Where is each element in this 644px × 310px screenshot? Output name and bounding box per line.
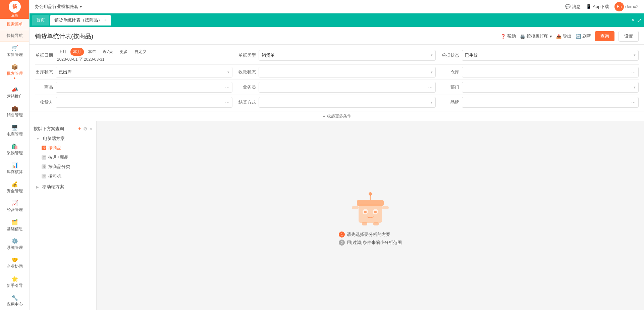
- salesperson-input[interactable]: ···: [259, 82, 435, 93]
- collection-status-select[interactable]: ▾: [259, 67, 435, 78]
- consignee-col: 收货人 ···: [35, 97, 232, 108]
- doc-status-select[interactable]: 已生效 ▾: [462, 50, 639, 61]
- tab-home[interactable]: 首页: [32, 15, 49, 25]
- goods-input[interactable]: ···: [56, 82, 232, 93]
- sidebar-item-sales[interactable]: 💼 销售管理: [0, 102, 29, 121]
- sidebar-item-basic[interactable]: 🗂️ 基础信息: [0, 216, 29, 235]
- tree-group-mobile[interactable]: ▶ 移动端方案: [30, 182, 96, 192]
- sidebar-item-retail[interactable]: 🛒 零售管理: [0, 42, 29, 60]
- right-panel: 1 请先选择要分析的方案 2 用[过滤]条件来缩小分析范围: [97, 121, 644, 310]
- collapse-panel-btn[interactable]: «: [90, 126, 92, 132]
- doc-status-dropdown-icon: ▾: [634, 53, 636, 57]
- empty-state: 1 请先选择要分析的方案 2 用[过滤]条件来缩小分析范围: [339, 186, 401, 246]
- sidebar-item-purchase[interactable]: 🛍️ 采购管理: [0, 140, 29, 159]
- sidebar-item-marketing[interactable]: 📣 营销推广: [0, 83, 29, 102]
- content-body: 按以下方案查询 + ⚙ « ▼ 电脑端方案 按 按商品: [30, 121, 644, 310]
- date-7days-btn[interactable]: 近7天: [100, 48, 116, 56]
- out-status-select[interactable]: 已出库 ▾: [56, 67, 232, 78]
- collapse-bar[interactable]: ∧ 收起更多条件: [30, 111, 644, 121]
- export-btn[interactable]: 📤 导出: [556, 33, 572, 39]
- out-status-label: 出库状态: [35, 69, 53, 75]
- system-icon: ⚙️: [11, 238, 18, 244]
- sidebar-item-inventory[interactable]: 📊 库存核算: [0, 159, 29, 177]
- sidebar-item-basic-label: 基础信息: [7, 226, 23, 231]
- warehouse-dots[interactable]: ···: [631, 69, 636, 75]
- add-scheme-btn[interactable]: +: [78, 126, 81, 132]
- tab-close-btn[interactable]: ×: [104, 18, 107, 22]
- doc-type-value: 销货单: [262, 52, 275, 58]
- sidebar-item-enterprise[interactable]: 🤝 企业协同: [0, 253, 29, 272]
- tree-group-pc[interactable]: ▼ 电脑端方案: [30, 134, 96, 143]
- filter-row-1: 单据日期 上月 本月 本年 近7天 更多 自定义 2023-03-01 至 20…: [35, 48, 639, 62]
- filter-row-4: 收货人 ··· 结算方式 ▾ 品牌: [35, 97, 639, 108]
- tab-active[interactable]: 销货单统计表（按商品） ×: [50, 15, 111, 25]
- sidebar-item-sales-label: 销售管理: [7, 113, 23, 117]
- message-btn[interactable]: 💬 消息: [565, 4, 581, 10]
- app-download-btn[interactable]: 📱 App下载: [586, 4, 609, 10]
- brand-input[interactable]: ···: [462, 97, 639, 108]
- hint-text-2: 用[过滤]条件来缩小分析范围: [347, 240, 401, 246]
- left-panel-header: 按以下方案查询 + ⚙ «: [30, 124, 96, 134]
- warehouse-label: 仓库: [441, 69, 459, 75]
- logo-area[interactable]: 畅 标版: [0, 0, 29, 19]
- page-title: 销货单统计表(按商品): [35, 32, 93, 40]
- left-panel: 按以下方案查询 + ⚙ « ▼ 电脑端方案 按 按商品: [30, 121, 97, 310]
- salesperson-dots[interactable]: ···: [428, 84, 432, 90]
- consignee-dots[interactable]: ···: [225, 99, 229, 105]
- sidebar-nav-label: 快捷导航: [2, 33, 28, 39]
- dept-select[interactable]: ▾: [462, 82, 639, 93]
- settings-scheme-btn[interactable]: ⚙: [83, 126, 88, 132]
- warehouse-input[interactable]: ···: [462, 67, 639, 78]
- user-name: demo2: [625, 4, 639, 9]
- doc-type-select[interactable]: 销货单 ▾: [259, 50, 435, 61]
- sidebar: 畅 标版 搜索菜单 快捷导航 🛒 零售管理 📦 批发管理 ▲ 📣 营销推广 💼 …: [0, 0, 30, 310]
- user-info[interactable]: Ea demo2: [614, 2, 639, 11]
- warehouse-col: 仓库 ···: [441, 67, 639, 78]
- doc-status-col: 单据状态 已生效 ▾: [441, 48, 639, 62]
- tree-item-by-goods[interactable]: 按 按商品: [30, 143, 96, 153]
- tree-item-by-month-goods[interactable]: 按 按月+商品: [30, 153, 96, 162]
- brand-dots[interactable]: ···: [631, 99, 636, 105]
- refresh-label: 刷新: [582, 33, 591, 39]
- tab-maximize-btn[interactable]: ⤢: [637, 17, 641, 23]
- newbie-icon: 🌟: [11, 276, 18, 282]
- date-prev-month-btn[interactable]: 上月: [56, 48, 69, 56]
- tab-home-label: 首页: [36, 17, 45, 23]
- tree-item-by-goods-category[interactable]: 按 按商品分类: [30, 162, 96, 171]
- tabs-bar: 首页 销货单统计表（按商品） × × ⤢: [30, 13, 644, 27]
- header-right: 💬 消息 📱 App下载 Ea demo2: [565, 2, 639, 11]
- sidebar-nav[interactable]: 快捷导航: [0, 30, 29, 42]
- sidebar-item-newbie[interactable]: 🌟 新手引导: [0, 272, 29, 291]
- help-btn[interactable]: ❓ 帮助: [500, 33, 516, 39]
- settings-btn[interactable]: 设置: [619, 31, 639, 42]
- date-current-month-btn[interactable]: 本月: [70, 48, 84, 56]
- refresh-btn[interactable]: 🔄 刷新: [576, 33, 591, 39]
- sidebar-item-system[interactable]: ⚙️ 系统管理: [0, 235, 29, 253]
- payment-select[interactable]: ▾: [259, 97, 435, 108]
- left-panel-actions: + ⚙ «: [78, 126, 92, 132]
- logo-icon: 畅: [9, 1, 21, 13]
- date-more-btn[interactable]: 更多: [117, 48, 130, 56]
- consignee-input[interactable]: ···: [56, 97, 232, 108]
- tabs-right: × ⤢: [631, 17, 641, 23]
- wholesale-icon: 📦: [11, 64, 18, 70]
- print-btn[interactable]: 🖨️ 按模板打印 ▾: [520, 33, 552, 39]
- tree-item-by-customer[interactable]: 按 按司机: [30, 171, 96, 181]
- tab-close-window-btn[interactable]: ×: [631, 17, 634, 23]
- sidebar-item-operations[interactable]: 📈 经营管理: [0, 197, 29, 215]
- sidebar-item-apps[interactable]: 🔧 应用中心: [0, 291, 29, 310]
- sidebar-menu: 搜索菜单 快捷导航 🛒 零售管理 📦 批发管理 ▲ 📣 营销推广 💼 销售管理 …: [0, 19, 29, 310]
- date-current-year-btn[interactable]: 本年: [85, 48, 99, 56]
- workspace-dropdown[interactable]: 办公用品行业模拟账套 ▾: [35, 4, 82, 10]
- enterprise-icon: 🤝: [11, 257, 18, 263]
- message-label: 消息: [572, 4, 581, 10]
- sidebar-item-finance[interactable]: 💰 资金管理: [0, 178, 29, 197]
- consignee-label: 收货人: [35, 99, 53, 105]
- query-btn[interactable]: 查询: [595, 31, 614, 41]
- date-custom-btn[interactable]: 自定义: [132, 48, 149, 56]
- sidebar-search[interactable]: 搜索菜单: [0, 19, 29, 30]
- sidebar-search-label: 搜索菜单: [2, 21, 28, 27]
- sidebar-item-wholesale[interactable]: 📦 批发管理 ▲: [0, 60, 29, 83]
- sidebar-item-ecommerce[interactable]: 🖥️ 电商管理: [0, 121, 29, 140]
- goods-dots[interactable]: ···: [225, 84, 229, 90]
